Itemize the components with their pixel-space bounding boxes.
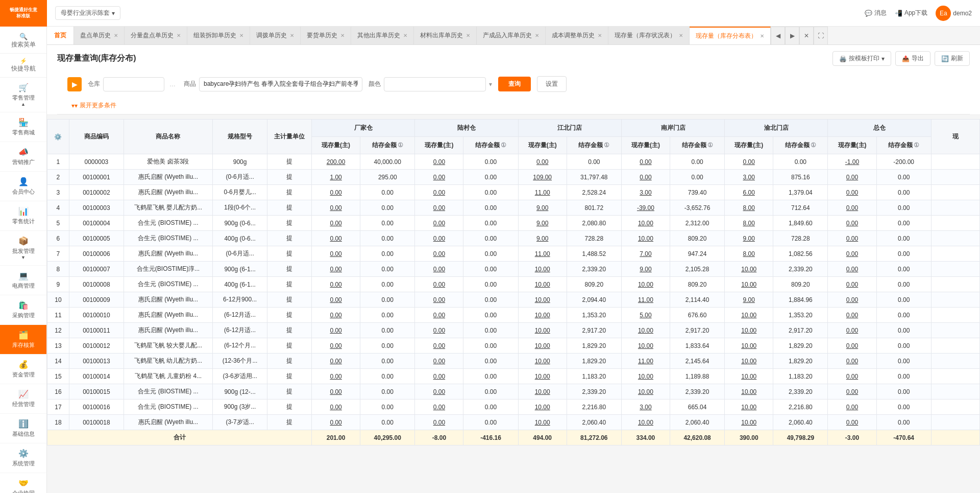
table-cell[interactable]: 10.00 xyxy=(621,338,670,354)
tab-material-out-close[interactable]: ✕ xyxy=(466,33,470,38)
table-cell[interactable]: 10.00 xyxy=(725,384,773,400)
table-cell[interactable]: 10.00 xyxy=(621,384,670,400)
table-cell[interactable]: 10.00 xyxy=(518,338,567,354)
table-cell[interactable]: 10.00 xyxy=(518,400,567,415)
table-cell[interactable]: 0.00 xyxy=(621,170,670,185)
tab-stock-dist-close[interactable]: ✕ xyxy=(760,33,764,39)
table-cell[interactable]: 10.00 xyxy=(621,415,670,430)
table-cell[interactable]: 0.00 xyxy=(828,384,876,400)
table-cell[interactable]: 11.00 xyxy=(518,246,567,262)
table-cell[interactable]: 200.00 xyxy=(312,154,360,170)
table-cell[interactable]: 0.00 xyxy=(828,323,876,338)
table-cell[interactable]: 10.00 xyxy=(518,323,567,338)
table-cell[interactable]: 0.00 xyxy=(312,216,360,231)
table-cell[interactable]: 0.00 xyxy=(415,231,463,246)
table-cell[interactable]: 0.00 xyxy=(828,354,876,369)
table-cell[interactable]: 5.00 xyxy=(621,308,670,323)
table-cell[interactable]: 10.00 xyxy=(725,369,773,384)
table-cell[interactable]: 0.00 xyxy=(415,400,463,415)
table-cell[interactable]: 10.00 xyxy=(725,262,773,277)
table-cell[interactable]: 0.00 xyxy=(312,246,360,262)
table-cell[interactable]: 10.00 xyxy=(725,400,773,415)
table-cell[interactable]: 11.00 xyxy=(621,292,670,308)
table-cell[interactable]: 10.00 xyxy=(725,308,773,323)
table-cell[interactable]: 0.00 xyxy=(828,277,876,292)
table-cell[interactable]: 0.00 xyxy=(415,185,463,200)
sidebar-item-purchase[interactable]: 🛍️ 采购管理 xyxy=(0,295,46,325)
table-cell[interactable]: 8.00 xyxy=(725,216,773,231)
tab-home[interactable]: 首页 xyxy=(47,27,74,45)
table-cell[interactable]: 0.00 xyxy=(415,154,463,170)
table-cell[interactable]: 6.00 xyxy=(725,185,773,200)
tab-finished-in[interactable]: 产成品入库单历史 ✕ xyxy=(477,27,546,45)
table-cell[interactable]: 0.00 xyxy=(828,415,876,430)
table-cell[interactable]: 0.00 xyxy=(312,323,360,338)
table-cell[interactable]: 10.00 xyxy=(621,323,670,338)
table-cell[interactable]: 9.00 xyxy=(518,200,567,216)
table-cell[interactable]: 0.00 xyxy=(312,231,360,246)
tab-other-out[interactable]: 其他出库单历史 ✕ xyxy=(351,27,414,45)
sidebar-item-enterprise[interactable]: 🤝 企业协同 xyxy=(0,473,46,493)
sidebar-search[interactable]: 🔍 搜索英单 xyxy=(0,27,46,54)
table-cell[interactable]: 10.00 xyxy=(518,277,567,292)
tab-transfer[interactable]: 调拨单历史 ✕ xyxy=(250,27,301,45)
table-cell[interactable]: 0.00 xyxy=(415,216,463,231)
tab-next-btn[interactable]: ▶ xyxy=(785,27,799,45)
btn-query[interactable]: 查询 xyxy=(498,77,531,91)
table-cell[interactable]: 109.00 xyxy=(518,170,567,185)
table-cell[interactable]: 10.00 xyxy=(518,354,567,369)
table-cell[interactable]: 0.00 xyxy=(415,170,463,185)
table-cell[interactable]: 0.00 xyxy=(312,400,360,415)
table-cell[interactable]: 10.00 xyxy=(621,277,670,292)
table-cell[interactable]: 0.00 xyxy=(312,354,360,369)
tab-inventory-check-close[interactable]: ✕ xyxy=(114,33,118,38)
table-cell[interactable]: 9.00 xyxy=(725,231,773,246)
tab-combo-disassembly[interactable]: 组装拆卸单历史 ✕ xyxy=(187,27,250,45)
sidebar-item-marketing[interactable]: 📣 营销推广 xyxy=(0,142,46,172)
tab-cost-adjust-close[interactable]: ✕ xyxy=(598,33,602,38)
table-cell[interactable]: 0.00 xyxy=(415,277,463,292)
table-cell[interactable]: 0.00 xyxy=(828,200,876,216)
table-cell[interactable]: 0.00 xyxy=(828,185,876,200)
filter-expand-btn[interactable]: ▶ xyxy=(67,77,82,91)
sidebar-item-retail-mgmt[interactable]: 🛒 零售管理 ▲ xyxy=(0,78,46,112)
tab-close-all-btn[interactable]: ✕ xyxy=(799,27,814,45)
warehouse-dots[interactable]: … xyxy=(167,81,178,88)
table-cell[interactable]: 9.00 xyxy=(621,262,670,277)
table-cell[interactable]: 0.00 xyxy=(312,338,360,354)
table-cell[interactable]: 3.00 xyxy=(621,185,670,200)
table-cell[interactable]: 10.00 xyxy=(621,231,670,246)
tab-prev-btn[interactable]: ◀ xyxy=(771,27,785,45)
table-cell[interactable]: 0.00 xyxy=(312,200,360,216)
table-cell[interactable]: 0.00 xyxy=(828,400,876,415)
table-cell[interactable]: 0.00 xyxy=(312,384,360,400)
org-selector[interactable]: 母婴行业演示陈套 ▾ xyxy=(55,6,120,20)
tab-material-out[interactable]: 材料出库单历史 ✕ xyxy=(414,27,477,45)
sidebar-item-inventory[interactable]: 🗂️ 库存核算 xyxy=(0,325,46,355)
table-cell[interactable]: 0.00 xyxy=(415,369,463,384)
table-cell[interactable]: 10.00 xyxy=(518,369,567,384)
table-cell[interactable]: 0.00 xyxy=(415,308,463,323)
table-cell[interactable]: 9.00 xyxy=(518,216,567,231)
table-cell[interactable]: 10.00 xyxy=(725,323,773,338)
table-cell[interactable]: 10.00 xyxy=(621,216,670,231)
sidebar-item-operation[interactable]: 📈 经营管理 xyxy=(0,384,46,414)
table-cell[interactable]: 0.00 xyxy=(518,154,567,170)
table-cell[interactable]: 10.00 xyxy=(518,308,567,323)
table-cell[interactable]: 10.00 xyxy=(725,277,773,292)
table-cell[interactable]: 0.00 xyxy=(828,170,876,185)
tab-combo-disassembly-close[interactable]: ✕ xyxy=(239,33,243,38)
warehouse-input[interactable] xyxy=(103,77,164,91)
tab-inventory-check[interactable]: 盘点单历史 ✕ xyxy=(74,27,125,45)
tab-stock-dist[interactable]: 现存量（库存分布表） ✕ xyxy=(690,27,771,45)
table-cell[interactable]: 3.00 xyxy=(621,400,670,415)
goods-input[interactable] xyxy=(199,77,362,91)
tab-finished-in-close[interactable]: ✕ xyxy=(535,33,539,38)
table-cell[interactable]: 10.00 xyxy=(725,338,773,354)
tab-stock-status-close[interactable]: ✕ xyxy=(679,33,683,38)
sidebar-item-system[interactable]: ⚙️ 系统管理 xyxy=(0,443,46,473)
tab-demand[interactable]: 要货单历史 ✕ xyxy=(301,27,351,45)
btn-print[interactable]: 🖨️ 按模板打印 ▾ xyxy=(832,51,891,66)
table-cell[interactable]: -1.00 xyxy=(828,154,876,170)
table-container[interactable]: ⚙️ 商品编码 商品名称 规格型号 主计量单位 厂家仓 陆村仓 江北门店 南岸门… xyxy=(47,119,980,493)
